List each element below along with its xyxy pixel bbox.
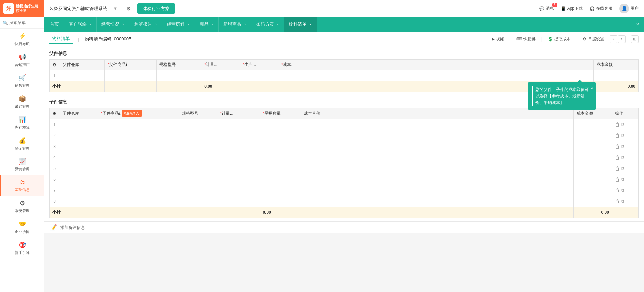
tab-bom-label: 物料清单 [289, 21, 307, 27]
copy-icon-6[interactable]: ⧉ [621, 176, 624, 182]
child-uprice-1[interactable] [301, 119, 339, 130]
tab-customer-close[interactable]: × [89, 22, 91, 26]
tooltip-close[interactable]: × [591, 84, 593, 92]
tab-barcode[interactable]: 条码方案 × [251, 17, 284, 32]
tab-new-goods-close[interactable]: × [244, 22, 246, 26]
app-download-button[interactable]: 📱 App下载 [561, 5, 583, 11]
close-all-tabs[interactable]: × [633, 21, 643, 27]
system-icon: ⚙ [20, 199, 25, 207]
child-uprice-2[interactable] [301, 130, 339, 141]
child-col-action: 操作 [612, 108, 638, 119]
tab-home-label: 首页 [50, 21, 59, 27]
system-dropdown[interactable]: ▼ [111, 4, 120, 13]
sidebar-item-marketing[interactable]: 📢 营销推广 [0, 50, 44, 71]
tab-home[interactable]: 首页 [45, 17, 64, 32]
child-unit-1[interactable] [217, 119, 250, 130]
single-setting-action[interactable]: ⚙ 单据设置 [583, 36, 604, 42]
user-menu[interactable]: 👤 用户 [619, 4, 639, 13]
copy-icon-7[interactable]: ⧉ [621, 187, 624, 193]
parent-row-spec[interactable] [156, 70, 201, 81]
child-qty-2[interactable] [260, 130, 301, 141]
copy-icon-3[interactable]: ⧉ [621, 143, 624, 149]
child-product-1[interactable] [98, 119, 179, 130]
scan-button[interactable]: 扫码录入 [122, 110, 142, 117]
search-menu-item[interactable]: 🔍 搜索菜单 [0, 17, 44, 29]
setting-label: 单据设置 [588, 36, 604, 42]
tab-barcode-close[interactable]: × [277, 22, 279, 26]
delete-icon-1[interactable]: 🗑 [615, 122, 620, 127]
tab-profit[interactable]: 利润报告 × [129, 17, 162, 32]
sidebar-item-quicknav[interactable]: ⚡ 快捷导航 [0, 29, 44, 50]
parent-row-unit[interactable] [201, 70, 240, 81]
tab-goods-close[interactable]: × [211, 22, 213, 26]
tab-operation-close[interactable]: × [122, 22, 124, 26]
parent-row-warehouse[interactable] [60, 70, 105, 81]
child-spec-2[interactable] [179, 130, 217, 141]
copy-icon-4[interactable]: ⧉ [621, 154, 624, 160]
tab-goods[interactable]: 商品 × [195, 17, 219, 32]
sidebar-item-operation[interactable]: 📈 经营管理 [0, 154, 44, 175]
next-arrow[interactable]: › [618, 35, 626, 43]
child-unit-2[interactable] [217, 130, 250, 141]
tab-bom-close[interactable]: × [309, 22, 311, 26]
delete-icon-8[interactable]: 🗑 [615, 199, 620, 204]
tab-customer[interactable]: 客户联络 × [64, 17, 97, 32]
tab-new-goods[interactable]: 新增商品 × [219, 17, 251, 32]
delete-icon-2[interactable]: 🗑 [615, 133, 620, 138]
child-warehouse-1[interactable] [60, 119, 98, 130]
sidebar-item-guide[interactable]: 🎯 新手引导 [0, 238, 44, 259]
sidebar-label-inventory: 库存核算 [15, 125, 30, 130]
parent-row-cost[interactable] [278, 70, 317, 81]
child-warehouse-2[interactable] [60, 130, 98, 141]
cost-action[interactable]: 💲 提取成本 [548, 36, 571, 42]
parent-col-warehouse: 父件仓库 [60, 60, 105, 70]
tab-operation[interactable]: 经营情况 × [97, 17, 129, 32]
copy-icon-2[interactable]: ⧉ [621, 132, 624, 138]
sidebar-label-quicknav: 快捷导航 [15, 41, 30, 46]
sidebar-item-basic[interactable]: 🗂 基础信息 [0, 175, 44, 196]
tab-history-close[interactable]: × [187, 22, 189, 26]
video-action[interactable]: ▶ 视频 [492, 36, 504, 42]
delete-icon-5[interactable]: 🗑 [615, 166, 620, 171]
trial-button[interactable]: 体验行业方案 [137, 3, 175, 14]
content-wrapper: 物料清单 | 物料清单编码 0000005 ▶ 视频 | ⌨ 快捷键 | � [44, 32, 644, 233]
delete-icon-3[interactable]: 🗑 [615, 144, 620, 149]
parent-col-produce: *生产... [240, 60, 278, 70]
parent-row-produce[interactable] [240, 70, 278, 81]
tab-bom[interactable]: 物料清单 × [284, 17, 317, 32]
tab-profit-close[interactable]: × [155, 22, 157, 26]
message-button[interactable]: 💬 消息 6 [539, 5, 554, 11]
child-spec-1[interactable] [179, 119, 217, 130]
bottom-bar: 📝 添加备注信息 [44, 221, 644, 233]
sidebar-item-inventory[interactable]: 📊 库存核算 [0, 113, 44, 133]
content-area: 父件信息 ⚙ 父件仓库 *父件商品ℹ 规格型号 *计量... *生产... *成… [44, 47, 644, 233]
child-subtotal-row: 小计 0.00 0.00 [50, 207, 639, 218]
online-service-button[interactable]: 🎧 在线客服 [590, 5, 612, 11]
child-sp1-1 [250, 119, 260, 130]
copy-icon-5[interactable]: ⧉ [621, 165, 624, 171]
parent-subtotal-label: 小计 [50, 81, 105, 92]
copy-icon-1[interactable]: ⧉ [621, 121, 624, 127]
prev-arrow[interactable]: ‹ [610, 35, 617, 43]
delete-icon-7[interactable]: 🗑 [615, 188, 620, 193]
delete-icon-4[interactable]: 🗑 [615, 155, 620, 160]
parent-row-product[interactable] [105, 70, 157, 81]
shortcut-action[interactable]: ⌨ 快捷键 [516, 36, 536, 42]
child-qty-1[interactable] [260, 119, 301, 130]
sub-tab-bom[interactable]: 物料清单 [49, 34, 73, 44]
child-product-2[interactable] [98, 130, 179, 141]
child-actions-6: 🗑 ⧉ [612, 174, 638, 185]
sidebar-item-finance[interactable]: 💰 资金管理 [0, 133, 44, 154]
main-content: 装备及固定资产辅助管理系统 ▼ ⚙ 体验行业方案 💬 消息 6 📱 App下载 … [44, 0, 644, 292]
tab-history[interactable]: 经营历程 × [162, 17, 195, 32]
sidebar-item-purchase[interactable]: 📦 采购管理 [0, 92, 44, 113]
sidebar-item-sales[interactable]: 🛒 销售管理 [0, 71, 44, 92]
grid-view-button[interactable]: ⊞ [631, 35, 639, 43]
delete-icon-6[interactable]: 🗑 [615, 177, 620, 182]
app-logo: 好 畅捷通好生意 标准版 [0, 0, 44, 17]
sidebar-item-collab[interactable]: 🤝 企业协同 [0, 217, 44, 238]
sidebar-item-system[interactable]: ⚙ 系统管理 [0, 196, 44, 217]
child-sp2-1 [339, 119, 574, 130]
copy-icon-8[interactable]: ⧉ [621, 198, 624, 204]
settings-gear[interactable]: ⚙ [124, 4, 133, 13]
